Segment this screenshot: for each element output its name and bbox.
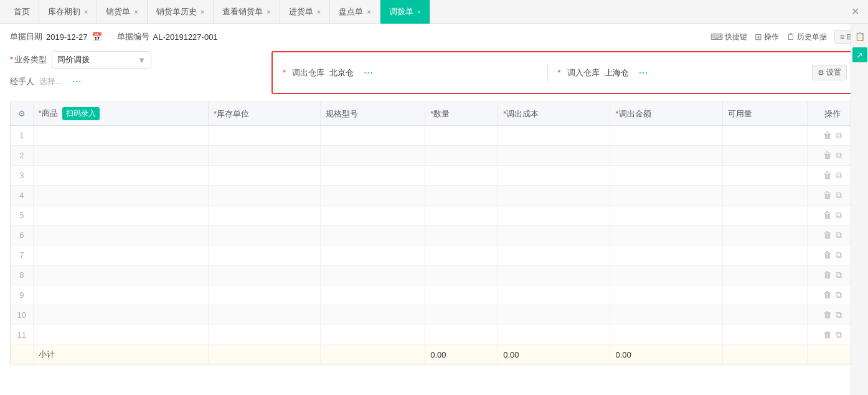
copy-icon-2[interactable]: ⧉ xyxy=(836,150,842,161)
row-cost-2[interactable] xyxy=(498,146,610,166)
delete-icon-4[interactable]: 🗑 xyxy=(823,190,832,201)
close-transfer[interactable]: × xyxy=(417,8,421,16)
row-qty-4[interactable] xyxy=(425,186,498,206)
row-available-11[interactable] xyxy=(722,325,807,345)
delete-icon-8[interactable]: 🗑 xyxy=(823,270,832,280)
row-qty-9[interactable] xyxy=(425,285,498,305)
close-all-tabs[interactable]: ✕ xyxy=(847,6,863,17)
delete-icon-10[interactable]: 🗑 xyxy=(823,310,832,320)
shortcut-link[interactable]: ⌨ 快捷键 xyxy=(710,32,747,42)
row-amount-3[interactable] xyxy=(610,166,722,186)
row-available-9[interactable] xyxy=(722,285,807,305)
close-inventory[interactable]: × xyxy=(367,8,370,16)
row-spec-7[interactable] xyxy=(321,245,425,265)
row-unit-4[interactable] xyxy=(209,186,321,206)
calendar-icon[interactable]: 📅 xyxy=(92,32,102,42)
tab-inventory-init[interactable]: 库存期初 × xyxy=(39,0,97,24)
row-unit-10[interactable] xyxy=(209,305,321,325)
row-available-4[interactable] xyxy=(722,186,807,206)
row-available-7[interactable] xyxy=(722,245,807,265)
row-available-1[interactable] xyxy=(722,126,807,146)
row-cost-1[interactable] xyxy=(498,126,610,146)
date-value[interactable]: 2019-12-27 xyxy=(46,32,88,42)
tab-sales[interactable]: 销货单 × xyxy=(97,0,147,24)
row-unit-11[interactable] xyxy=(209,325,321,345)
row-available-5[interactable] xyxy=(722,206,807,226)
delete-icon-7[interactable]: 🗑 xyxy=(823,250,832,260)
row-goods-3[interactable] xyxy=(33,166,209,186)
row-available-10[interactable] xyxy=(722,305,807,325)
row-unit-9[interactable] xyxy=(209,285,321,305)
close-purchase[interactable]: × xyxy=(317,8,321,16)
row-amount-10[interactable] xyxy=(610,305,722,325)
row-goods-8[interactable] xyxy=(33,265,209,285)
warehouse-out-more-icon[interactable]: ··· xyxy=(364,66,373,79)
delete-icon-6[interactable]: 🗑 xyxy=(823,230,832,240)
row-amount-7[interactable] xyxy=(610,245,722,265)
tab-purchase[interactable]: 进货单 × xyxy=(280,0,330,24)
row-available-3[interactable] xyxy=(722,166,807,186)
row-qty-1[interactable] xyxy=(425,126,498,146)
row-goods-2[interactable] xyxy=(33,146,209,166)
person-more-icon[interactable]: ··· xyxy=(72,75,82,88)
row-cost-8[interactable] xyxy=(498,265,610,285)
row-spec-8[interactable] xyxy=(321,265,425,285)
copy-icon-6[interactable]: ⧉ xyxy=(836,230,842,240)
tab-transfer[interactable]: 调拨单 × xyxy=(380,0,430,24)
copy-icon-10[interactable]: ⧉ xyxy=(836,310,842,320)
row-qty-11[interactable] xyxy=(425,325,498,345)
delete-icon-3[interactable]: 🗑 xyxy=(823,170,832,181)
row-available-6[interactable] xyxy=(722,226,807,245)
row-goods-11[interactable] xyxy=(33,325,209,345)
row-amount-9[interactable] xyxy=(610,285,722,305)
person-placeholder[interactable]: 选择... xyxy=(39,76,62,87)
th-gear[interactable]: ⚙ xyxy=(11,102,33,126)
row-cost-3[interactable] xyxy=(498,166,610,186)
row-qty-10[interactable] xyxy=(425,305,498,325)
tab-inventory[interactable]: 盘点单 × xyxy=(330,0,380,24)
row-amount-2[interactable] xyxy=(610,146,722,166)
copy-icon-8[interactable]: ⧉ xyxy=(836,270,842,280)
row-cost-9[interactable] xyxy=(498,285,610,305)
row-spec-11[interactable] xyxy=(321,325,425,345)
row-cost-5[interactable] xyxy=(498,206,610,226)
row-goods-4[interactable] xyxy=(33,186,209,206)
warehouse-out-value[interactable]: 北京仓 xyxy=(329,67,354,79)
row-goods-6[interactable] xyxy=(33,226,209,245)
copy-icon-11[interactable]: ⧉ xyxy=(836,330,842,340)
row-spec-10[interactable] xyxy=(321,305,425,325)
row-spec-4[interactable] xyxy=(321,186,425,206)
close-inventory-init[interactable]: × xyxy=(84,8,88,16)
row-qty-7[interactable] xyxy=(425,245,498,265)
row-available-8[interactable] xyxy=(722,265,807,285)
warehouse-in-more-icon[interactable]: ··· xyxy=(639,66,648,79)
scan-button[interactable]: 扫码录入 xyxy=(62,107,100,120)
row-goods-10[interactable] xyxy=(33,305,209,325)
close-view-sales[interactable]: × xyxy=(267,8,270,16)
row-amount-4[interactable] xyxy=(610,186,722,206)
row-amount-1[interactable] xyxy=(610,126,722,146)
close-sales[interactable]: × xyxy=(134,8,138,16)
row-available-2[interactable] xyxy=(722,146,807,166)
row-qty-2[interactable] xyxy=(425,146,498,166)
row-amount-11[interactable] xyxy=(610,325,722,345)
row-spec-3[interactable] xyxy=(321,166,425,186)
row-goods-1[interactable] xyxy=(33,126,209,146)
row-qty-5[interactable] xyxy=(425,206,498,226)
tab-home[interactable]: 首页 xyxy=(5,0,39,24)
row-cost-10[interactable] xyxy=(498,305,610,325)
row-unit-3[interactable] xyxy=(209,166,321,186)
copy-icon-5[interactable]: ⧉ xyxy=(836,210,842,221)
delete-icon-5[interactable]: 🗑 xyxy=(823,210,832,221)
row-goods-5[interactable] xyxy=(33,206,209,226)
copy-icon-4[interactable]: ⧉ xyxy=(836,190,842,201)
delete-icon-1[interactable]: 🗑 xyxy=(823,130,832,141)
warehouse-in-value[interactable]: 上海仓 xyxy=(605,67,629,79)
row-unit-2[interactable] xyxy=(209,146,321,166)
row-qty-3[interactable] xyxy=(425,166,498,186)
row-spec-2[interactable] xyxy=(321,146,425,166)
delete-icon-11[interactable]: 🗑 xyxy=(823,330,832,340)
row-goods-9[interactable] xyxy=(33,285,209,305)
row-unit-7[interactable] xyxy=(209,245,321,265)
row-spec-5[interactable] xyxy=(321,206,425,226)
